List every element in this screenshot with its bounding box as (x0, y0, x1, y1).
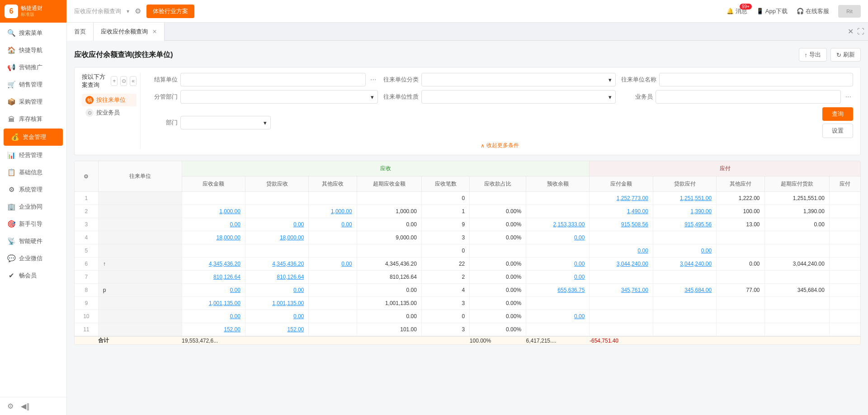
filter-settings-btn[interactable]: ⊙ (120, 76, 127, 86)
cell-ap-overdue: 0.00 (764, 218, 829, 231)
cell-ap-loan: 0.00 (653, 244, 716, 258)
sidebar-item-hardware[interactable]: 📡 智能硬件 (0, 233, 66, 250)
refresh-label: 刷新 (843, 51, 855, 59)
table-row: 11 152.00 152.00 101.00 3 0.00% (75, 323, 860, 337)
sidebar-item-guide[interactable]: 🎯 新手引导 (0, 215, 66, 233)
table-row: 6 ↑ 4,345,436.20 4,345,436.20 0.00 4,345… (75, 258, 860, 271)
online-service-area[interactable]: 🎧 在线客服 (797, 7, 829, 15)
section-select[interactable]: ▾ (180, 116, 271, 129)
app-download-label: App下载 (765, 7, 788, 15)
unit-type-select[interactable]: ▾ (421, 73, 615, 86)
tab-close-window-icon[interactable]: ✕ (848, 27, 854, 36)
tab-fullscreen-icon[interactable]: ⛶ (857, 28, 864, 36)
sidebar-item-enterprise[interactable]: 🏢 企业协同 (0, 198, 66, 215)
tab-ar-ap[interactable]: 应收应付余额查询 ✕ (94, 23, 165, 41)
cell-ap-amount: 1,252,773.00 (590, 192, 653, 205)
cell-ar-ratio: 0.00% (470, 258, 526, 271)
marketing-icon: 📢 (7, 63, 15, 72)
cell-unit (98, 192, 182, 205)
page-title: 应收应付余额查询(按往来单位) (74, 50, 173, 60)
sidebar-item-member[interactable]: ✔ 畅会员 (0, 267, 66, 284)
cell-ar-overdue: 101.00 (357, 323, 421, 337)
th-ap-extra: 应付 (829, 176, 860, 192)
brand-name: 畅捷通财 (21, 5, 42, 11)
home-icon: 🏠 (7, 46, 15, 54)
sidebar-item-search[interactable]: 🔍 搜索菜单 (0, 24, 66, 42)
unit-name-input[interactable] (659, 73, 853, 86)
collapse-bottom-icon[interactable]: ◀‖ (21, 402, 30, 410)
cell-ar-overdue: 1,000.00 (357, 205, 421, 218)
query-option-unit[interactable]: 畅 按往来单位 (82, 94, 137, 106)
refresh-button[interactable]: ↻ 刷新 (830, 48, 861, 62)
filter-row-3: 部门 ▾ 查询 设置 (146, 107, 853, 138)
footer-ar-count (421, 336, 469, 344)
unit-name-label: 往来单位名称 (621, 76, 656, 84)
cell-unit (98, 231, 182, 244)
info-icon: 📋 (7, 168, 15, 176)
dept-select[interactable]: ▾ (180, 90, 378, 104)
collapse-label: 收起更多条件 (486, 142, 519, 149)
query-option-staff[interactable]: ⊙ 按业务员 (82, 106, 137, 119)
user-avatar[interactable]: Rit (838, 5, 861, 18)
settings-bottom-icon[interactable]: ⚙ (7, 402, 14, 410)
tab-home[interactable]: 首页 (67, 23, 94, 41)
sidebar-label-finance: 资金管理 (23, 133, 46, 141)
cell-ap-extra (829, 258, 860, 271)
cell-ap-extra (829, 323, 860, 337)
cell-ar-other (309, 244, 357, 258)
header-right: 🔔 消息 99+ 📱 App下载 🎧 在线客服 Rit (726, 5, 861, 18)
th-settings[interactable]: ⚙ (75, 161, 98, 192)
sidebar-label-enterprise: 企业协同 (19, 203, 42, 211)
notification-area[interactable]: 🔔 消息 99+ (726, 7, 747, 15)
sidebar-item-marketing[interactable]: 📢 营销推广 (0, 59, 66, 76)
export-button[interactable]: ↑ 导出 (799, 48, 827, 62)
unit-nature-select[interactable]: ▾ (421, 90, 615, 104)
cell-ap-other (717, 310, 764, 323)
header-breadcrumb: 应收应付余额查询 (74, 7, 121, 15)
sidebar-item-system[interactable]: ⚙ 系统管理 (0, 181, 66, 198)
unit-option-icon: 畅 (85, 96, 94, 104)
sidebar-item-wechat[interactable]: 💬 企业微信 (0, 250, 66, 267)
cell-ap-other: 0.00 (717, 258, 764, 271)
sidebar-menu: 🔍 搜索菜单 🏠 快捷导航 📢 营销推广 🛒 销售管理 📦 采购管理 🏛 库存核… (0, 23, 66, 397)
query-button[interactable]: 查询 (822, 107, 853, 121)
cell-index: 10 (75, 310, 98, 323)
cell-ar-ratio: 0.00% (470, 284, 526, 297)
breadcrumb-arrow[interactable]: ▾ (127, 8, 129, 14)
cell-ap-extra (829, 271, 860, 284)
cell-ar-other (309, 323, 357, 337)
promo-button[interactable]: 体验行业方案 (146, 5, 194, 18)
table-wrapper[interactable]: ⚙ 往来单位 应收 应付 应收金额 贷款应收 其他应收 超期应收金额 应收笔数 … (75, 161, 860, 344)
sidebar-item-purchase[interactable]: 📦 采购管理 (0, 93, 66, 110)
staff-dots[interactable]: ··· (844, 93, 853, 101)
refresh-icon: ↻ (836, 52, 841, 58)
cell-ar-other (309, 271, 357, 284)
cell-ar-count: 0 (421, 310, 469, 323)
header-settings-icon[interactable]: ⚙ (135, 7, 141, 15)
filter-add-btn[interactable]: + (111, 76, 118, 86)
cell-ap-overdue (764, 310, 829, 323)
filter-row-1: 结算单位 ··· 往来单位分类 ▾ 往来单位名称 (146, 73, 853, 86)
sidebar-label-basic: 基础信息 (19, 168, 42, 176)
sidebar-item-basic[interactable]: 📋 基础信息 (0, 164, 66, 181)
cell-ar-prepay: 0.00 (526, 231, 590, 244)
staff-input[interactable] (656, 90, 841, 104)
sidebar-item-sales[interactable]: 🛒 销售管理 (0, 76, 66, 93)
filter-collapse-btn[interactable]: « (130, 76, 137, 86)
collapse-more-btn[interactable]: ∧ 收起更多条件 (146, 142, 853, 149)
settings-button[interactable]: 设置 (822, 124, 853, 138)
cell-ar-other (309, 192, 357, 205)
sidebar-item-inventory[interactable]: 🏛 库存核算 (0, 110, 66, 128)
cell-index: 11 (75, 323, 98, 337)
sidebar-item-quicknav[interactable]: 🏠 快捷导航 (0, 42, 66, 59)
dept-label: 分管部门 (146, 93, 178, 101)
settlement-input[interactable] (180, 73, 366, 86)
cell-ar-loan: 0.00 (245, 310, 308, 323)
cell-ap-amount (590, 297, 653, 310)
app-download-area[interactable]: 📱 App下载 (756, 7, 788, 15)
tab-close-icon[interactable]: ✕ (152, 29, 157, 35)
settlement-dots[interactable]: ··· (368, 76, 378, 84)
sidebar-label-sales: 销售管理 (19, 81, 42, 89)
sidebar-item-finance[interactable]: 💰 资金管理 (4, 129, 63, 146)
sidebar-item-operations[interactable]: 📊 经营管理 (0, 147, 66, 164)
